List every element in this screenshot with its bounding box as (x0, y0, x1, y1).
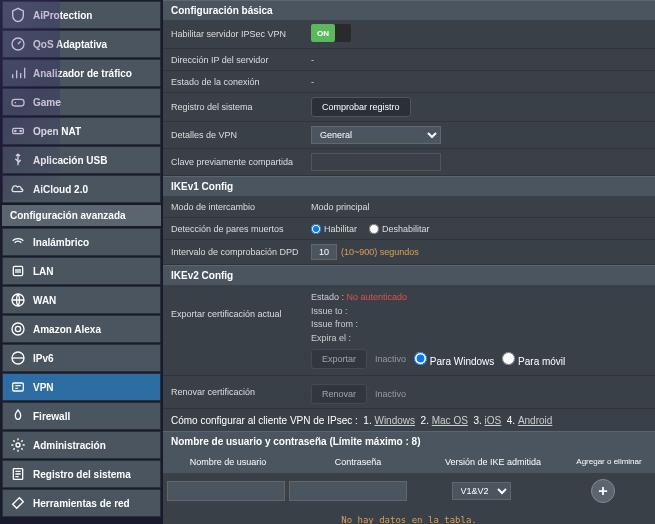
nav-firewall[interactable]: Firewall (2, 402, 161, 430)
nav-label: Amazon Alexa (33, 324, 101, 335)
gear-icon (9, 437, 27, 453)
add-user-button[interactable] (591, 479, 615, 503)
nav-syslog[interactable]: Registro del sistema (2, 460, 161, 488)
ikev1-header: IKEv1 Config (163, 176, 655, 196)
ike-version-select[interactable]: V1&V2 (452, 482, 511, 500)
nav-label: Herramientas de red (33, 498, 130, 509)
nav-label: WAN (33, 295, 56, 306)
cert-state-value: No autenticado (347, 292, 408, 302)
nav-wan[interactable]: WAN (2, 286, 161, 314)
export-status: Inactivo (375, 354, 406, 364)
log-icon (9, 466, 27, 482)
dpd-enable-radio[interactable] (311, 224, 321, 234)
toggle-on-label: ON (311, 24, 335, 42)
howto-ios-link[interactable]: iOS (485, 415, 502, 426)
renew-cert-label: Renovar certificación (171, 387, 311, 397)
col-action: Agregar o eliminar (563, 455, 655, 469)
nav-label: LAN (33, 266, 54, 277)
no-data-message: No hay datos en la tabla. (163, 509, 655, 524)
wifi-icon (9, 234, 27, 250)
firewall-icon (9, 408, 27, 424)
basic-config-header: Configuración básica (163, 0, 655, 20)
users-header: Nombre de usuario y contraseña (Límite m… (163, 431, 655, 451)
vpn-icon (9, 379, 27, 395)
nav-label: Registro del sistema (33, 469, 131, 480)
psk-label: Clave previamente compartida (171, 157, 311, 167)
exchange-mode-label: Modo de intercambio (171, 202, 311, 212)
howto-label: Cómo configurar al cliente VPN de IPsec … (171, 415, 358, 426)
users-table-header: Nombre de usuario Contraseña Versión de … (163, 451, 655, 473)
svg-point-8 (15, 326, 20, 331)
exchange-mode-value: Modo principal (311, 202, 647, 212)
dpd-interval-input[interactable] (311, 244, 337, 260)
dpd-enable-option[interactable]: Habilitar (311, 224, 357, 234)
svg-point-7 (12, 323, 24, 335)
howto-android-link[interactable]: Android (518, 415, 552, 426)
alexa-icon (9, 321, 27, 337)
nav-label: Firewall (33, 411, 70, 422)
server-ip-value: - (311, 55, 647, 65)
col-password: Contraseña (293, 455, 423, 469)
renew-cert-button[interactable]: Renovar (311, 384, 367, 404)
howto-windows-link[interactable]: Windows (374, 415, 415, 426)
dpd-label: Detección de pares muertos (171, 224, 311, 234)
syslog-label: Registro del sistema (171, 102, 311, 112)
howto-macos-link[interactable]: Mac OS (432, 415, 468, 426)
ikev2-header: IKEv2 Config (163, 265, 655, 285)
username-input[interactable] (167, 481, 285, 501)
nav-lan[interactable]: LAN (2, 257, 161, 285)
cert-mobile-option[interactable]: Para móvil (502, 352, 565, 367)
cert-issue-to: Issue to : (311, 305, 647, 319)
svg-rect-10 (13, 383, 24, 391)
nav-ipv6[interactable]: IPv6 (2, 344, 161, 372)
cert-state-label: Estado : (311, 292, 344, 302)
dpd-interval-label: Intervalo de comprobación DPD (171, 247, 311, 257)
nav-label: VPN (33, 382, 54, 393)
export-cert-button[interactable]: Exportar (311, 349, 367, 369)
tools-icon (9, 495, 27, 511)
psk-input[interactable] (311, 153, 441, 171)
renew-status: Inactivo (375, 389, 406, 399)
nav-label: Inalámbrico (33, 237, 89, 248)
check-log-button[interactable]: Comprobar registro (311, 97, 411, 117)
conn-state-value: - (311, 77, 647, 87)
server-ip-label: Dirección IP del servidor (171, 55, 311, 65)
cert-issue-from: Issue from : (311, 318, 647, 332)
enable-ipsec-label: Habilitar servidor IPSec VPN (171, 29, 311, 39)
nav-admin[interactable]: Administración (2, 431, 161, 459)
nav-alexa[interactable]: Amazon Alexa (2, 315, 161, 343)
dpd-disable-option[interactable]: Deshabilitar (369, 224, 430, 234)
nav-wireless[interactable]: Inalámbrico (2, 228, 161, 256)
conn-state-label: Estado de la conexión (171, 77, 311, 87)
nav-label: IPv6 (33, 353, 54, 364)
dpd-disable-radio[interactable] (369, 224, 379, 234)
col-ike: Versión de IKE admitida (423, 455, 563, 469)
lan-icon (9, 263, 27, 279)
advanced-header: Configuración avanzada (2, 205, 161, 226)
col-username: Nombre de usuario (163, 455, 293, 469)
svg-point-11 (16, 443, 20, 447)
nav-vpn[interactable]: VPN (2, 373, 161, 401)
nav-label: Administración (33, 440, 106, 451)
cert-windows-option[interactable]: Para Windows (414, 352, 494, 367)
globe-icon (9, 292, 27, 308)
export-cert-label: Exportar certificación actual (171, 291, 311, 319)
password-input[interactable] (289, 481, 407, 501)
nav-nettools[interactable]: Herramientas de red (2, 489, 161, 517)
ipv6-icon (9, 350, 27, 366)
enable-ipsec-toggle[interactable]: ON (311, 24, 351, 42)
vpn-details-select[interactable]: General (311, 126, 441, 144)
main-content: Configuración básica Habilitar servidor … (163, 0, 655, 524)
vpn-details-label: Detalles de VPN (171, 130, 311, 140)
cert-expire: Expira el : (311, 332, 647, 346)
dpd-hint: (10~900) segundos (341, 247, 419, 257)
plus-icon (596, 484, 610, 498)
